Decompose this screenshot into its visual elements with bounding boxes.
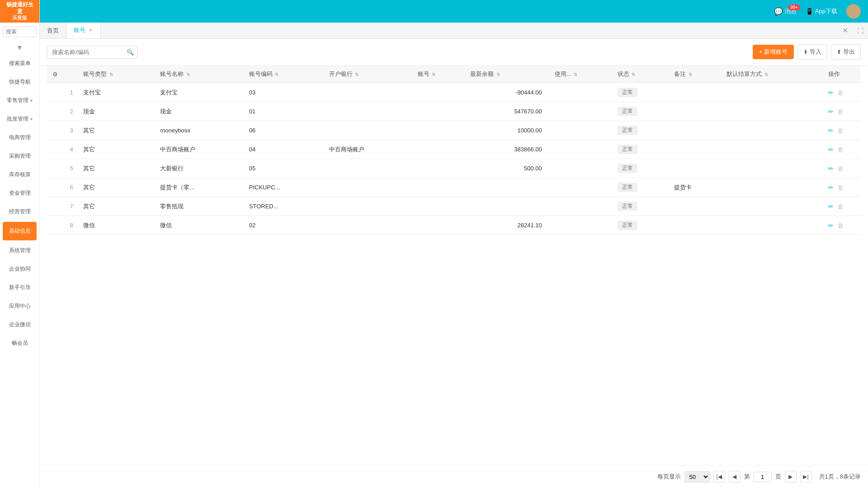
row-gear xyxy=(47,140,63,159)
row-balance: 10000.00 xyxy=(467,121,551,140)
row-actions: ✏ 🗑 xyxy=(825,140,861,159)
row-account xyxy=(414,140,467,159)
row-gear xyxy=(47,197,63,216)
th-default-settle[interactable]: 默认结算方式 ⇅ xyxy=(723,66,825,83)
sidebar-search-box xyxy=(0,23,39,41)
import-button[interactable]: ⬇ 导入 xyxy=(797,44,827,60)
per-page-select[interactable]: 50 10 20 100 xyxy=(684,471,710,483)
th-usage[interactable]: 使用... ⇅ xyxy=(551,66,614,83)
th-action-label: 操作 xyxy=(828,70,840,77)
edit-button[interactable]: ✏ xyxy=(828,165,834,172)
page-number-input[interactable] xyxy=(754,472,772,482)
row-default-settle xyxy=(723,83,825,102)
close-window-btn[interactable]: ✕ xyxy=(838,26,853,35)
sidebar-item-enterprise-wechat[interactable]: 企业微信 xyxy=(0,315,39,334)
tab-home[interactable]: 首页 xyxy=(40,23,66,38)
th-balance[interactable]: 最新余额 ⇅ xyxy=(467,66,551,83)
sidebar-item-inventory-check[interactable]: 库存核算 xyxy=(0,165,39,184)
th-gear[interactable]: ⚙ xyxy=(47,66,63,83)
row-type: 支付宝 xyxy=(80,83,156,102)
sidebar-item-quick-nav[interactable]: 快捷导航 xyxy=(0,73,39,91)
page-prev-btn[interactable]: ◀ xyxy=(729,471,741,483)
th-account[interactable]: 账号 ⇅ xyxy=(414,66,467,83)
sidebar-item-vip-member[interactable]: 畅会员 xyxy=(0,334,39,352)
sidebar-item-label: 快捷导航 xyxy=(2,78,38,86)
row-name: 支付宝 xyxy=(156,83,245,102)
sidebar-item-label: 资金管理 xyxy=(2,189,38,197)
toolbar: 🔍 + 新增账号 ⬇ 导入 ⬆ 导出 xyxy=(40,39,868,66)
row-actions: ✏ 🗑 xyxy=(825,159,861,178)
th-status[interactable]: 状态 ⇅ xyxy=(614,66,670,83)
sidebar-item-search-menu[interactable]: 搜索菜单 xyxy=(0,54,39,73)
th-code-label: 账号编码 xyxy=(249,70,273,77)
row-remark xyxy=(670,216,723,235)
edit-button[interactable]: ✏ xyxy=(828,127,834,134)
th-name[interactable]: 账号名称 ⇅ xyxy=(156,66,245,83)
edit-button[interactable]: ✏ xyxy=(828,89,834,96)
sidebar-item-operations-mgmt[interactable]: 经营管理 xyxy=(0,202,39,221)
row-bank xyxy=(326,178,414,197)
search-box: 🔍 xyxy=(47,46,137,59)
page-next-btn[interactable]: ▶ xyxy=(785,471,797,483)
row-usage xyxy=(551,197,614,216)
add-account-button[interactable]: + 新增账号 xyxy=(753,45,794,59)
sidebar-item-purchase-mgmt[interactable]: 采购管理 xyxy=(0,147,39,165)
edit-button[interactable]: ✏ xyxy=(828,222,834,229)
search-icon[interactable]: 🔍 xyxy=(127,49,134,56)
row-actions: ✏ 🗑 xyxy=(825,197,861,216)
table-row: 4 其它 中百商场账户 04 中百商场账户 383866.00 正常 ✏ 🗑 xyxy=(47,140,861,159)
edit-button[interactable]: ✏ xyxy=(828,184,834,191)
sidebar-item-enterprise-agreement[interactable]: 企业协同 xyxy=(0,260,39,278)
topbar-avatar[interactable] xyxy=(846,4,861,19)
th-bank[interactable]: 开户银行 ⇅ xyxy=(326,66,414,83)
fullscreen-btn[interactable]: ⛶ xyxy=(853,27,868,34)
th-remark[interactable]: 备注 ⇅ xyxy=(670,66,723,83)
edit-button[interactable]: ✏ xyxy=(828,108,834,115)
page-last-btn[interactable]: ▶| xyxy=(800,471,812,483)
sort-icon: ⇅ xyxy=(764,72,768,77)
sidebar-item-system-mgmt[interactable]: 系统管理 xyxy=(0,241,39,260)
sidebar-item-ecommerce-mgmt[interactable]: 电商管理 xyxy=(0,128,39,147)
delete-button[interactable]: 🗑 xyxy=(837,146,844,153)
row-balance: 500.00 xyxy=(467,159,551,178)
sidebar-dropdown[interactable]: ▾ xyxy=(0,41,39,54)
sidebar-item-label: 应用中心 xyxy=(2,302,38,310)
delete-button[interactable]: 🗑 xyxy=(837,89,844,96)
tab-account[interactable]: 账号 × xyxy=(66,23,101,38)
page-first-btn[interactable]: |◀ xyxy=(713,471,725,483)
edit-button[interactable]: ✏ xyxy=(828,146,834,153)
delete-button[interactable]: 🗑 xyxy=(837,184,844,191)
sidebar-item-app-center[interactable]: 应用中心 xyxy=(0,297,39,315)
sidebar-item-basic-info[interactable]: 基础信息 xyxy=(3,222,37,240)
row-num: 5 xyxy=(63,159,80,178)
row-default-settle xyxy=(723,197,825,216)
topbar-app-download[interactable]: 📱 App下载 xyxy=(806,7,837,15)
row-default-settle xyxy=(723,216,825,235)
sidebar-item-finance-mgmt[interactable]: 资金管理 xyxy=(0,184,39,202)
delete-button[interactable]: 🗑 xyxy=(837,222,844,229)
delete-button[interactable]: 🗑 xyxy=(837,165,844,172)
row-default-settle xyxy=(723,178,825,197)
delete-button[interactable]: 🗑 xyxy=(837,127,844,134)
total-label: 共1页，8条记录 xyxy=(819,473,861,481)
th-code[interactable]: 账号编码 ⇅ xyxy=(245,66,326,83)
sidebar-item-retail-mgmt[interactable]: 零售管理 ▾ xyxy=(0,91,39,110)
row-usage xyxy=(551,102,614,121)
row-usage xyxy=(551,216,614,235)
sidebar-item-new-guide[interactable]: 新手引导 xyxy=(0,278,39,297)
delete-button[interactable]: 🗑 xyxy=(837,203,844,210)
row-type: 现金 xyxy=(80,102,156,121)
sort-icon: ⇅ xyxy=(432,72,435,77)
row-status: 正常 xyxy=(614,121,670,140)
th-type[interactable]: 账号类型 ⇅ xyxy=(80,66,156,83)
edit-button[interactable]: ✏ xyxy=(828,203,834,210)
delete-button[interactable]: 🗑 xyxy=(837,108,844,115)
search-input[interactable] xyxy=(47,46,137,59)
tab-account-close[interactable]: × xyxy=(88,27,93,33)
row-remark xyxy=(670,197,723,216)
sidebar-search-input[interactable] xyxy=(3,26,37,37)
row-name: 中百商场账户 xyxy=(156,140,245,159)
sidebar-item-wholesale-mgmt[interactable]: 批发管理 ▾ xyxy=(0,110,39,128)
export-button[interactable]: ⬆ 导出 xyxy=(831,44,861,60)
topbar-message[interactable]: 💬 消息 99+ xyxy=(774,7,797,16)
